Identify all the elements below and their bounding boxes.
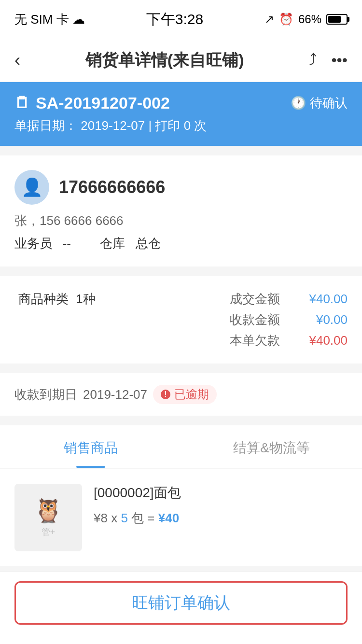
product-info: [0000002]面包 ¥8 x 5 包 = ¥40 <box>94 484 348 551</box>
battery-percent: 66% <box>298 13 321 26</box>
nav-actions: ⤴ ••• <box>309 51 348 69</box>
summary-section: 商品种类 1种 成交金额 ¥40.00 收款金额 ¥0.00 本单欠款 ¥40.… <box>0 276 362 364</box>
product-logo: 🦉 <box>34 497 63 524</box>
status-bar: 无 SIM 卡 ☁ 下午3:28 ↗ ⏰ 66% <box>0 0 362 39</box>
customer-section: 👤 17666666666 张，156 6666 6666 业务员 -- 仓库 … <box>0 155 362 266</box>
tab-sales-products[interactable]: 销售商品 <box>0 425 181 468</box>
product-equals: = <box>147 511 158 525</box>
owed-amount-row: 本单欠款 ¥40.00 <box>230 332 348 349</box>
deal-amount-row: 成交金额 ¥40.00 <box>230 291 348 308</box>
sim-label: 无 SIM 卡 ☁ <box>14 11 85 28</box>
owed-value: ¥40.00 <box>290 333 348 348</box>
avatar: 👤 <box>14 170 49 205</box>
received-amount-row: 收款金额 ¥0.00 <box>230 311 348 328</box>
status-badge: 🕐 待确认 <box>291 95 348 112</box>
confirm-order-button[interactable]: 旺铺订单确认 <box>14 581 348 625</box>
overdue-icon: ! <box>161 390 170 399</box>
location-icon: ↗ <box>265 13 274 26</box>
header-card-top: 🗒 SA-20191207-002 🕐 待确认 <box>14 94 348 112</box>
due-date-value: 2019-12-07 <box>83 387 147 402</box>
overdue-label: 已逾期 <box>174 387 209 402</box>
tabs-section: 销售商品 结算&物流等 <box>0 425 362 468</box>
product-image: 🦉 管+ <box>14 484 82 551</box>
product-type-field: 商品种类 1种 <box>14 291 96 308</box>
overdue-badge: ! 已逾期 <box>153 385 217 404</box>
summary-left: 商品种类 1种 <box>14 291 96 308</box>
customer-name-phone: 张，156 6666 6666 <box>14 212 348 229</box>
product-multiply: x <box>111 511 121 525</box>
deal-amount-label: 成交金额 <box>230 291 280 308</box>
tabs-row: 销售商品 结算&物流等 <box>0 425 362 468</box>
order-meta: 单据日期： 2019-12-07 | 打印 0 次 <box>14 117 348 134</box>
product-name: [0000002]面包 <box>94 484 348 502</box>
salesperson-field: 业务员 -- <box>14 235 71 252</box>
product-price-row: ¥8 x 5 包 = ¥40 <box>94 510 348 527</box>
bottom-bar: 旺铺订单确认 <box>0 571 362 644</box>
product-unit: 包 <box>131 511 144 525</box>
order-icon: 🗒 <box>14 94 30 112</box>
deal-amount-value: ¥40.00 <box>290 292 348 307</box>
product-qty: 5 <box>121 511 127 525</box>
customer-top: 👤 17666666666 <box>14 170 348 205</box>
back-button[interactable]: ‹ <box>14 50 20 70</box>
owed-label: 本单欠款 <box>230 332 280 349</box>
product-total: ¥40 <box>158 511 179 525</box>
product-price: ¥8 <box>94 511 108 525</box>
battery-icon <box>326 14 348 25</box>
status-bar-left: 无 SIM 卡 ☁ <box>14 11 85 28</box>
due-date-label: 收款到期日 <box>14 386 77 403</box>
status-label: 待确认 <box>310 95 348 112</box>
status-bar-right: ↗ ⏰ 66% <box>265 13 348 26</box>
tab-settlement-logistics[interactable]: 结算&物流等 <box>181 425 362 468</box>
alarm-icon: ⏰ <box>279 13 293 26</box>
summary-right: 成交金额 ¥40.00 收款金额 ¥0.00 本单欠款 ¥40.00 <box>230 291 348 349</box>
product-image-inner: 🦉 管+ <box>34 497 63 538</box>
status-bar-time: 下午3:28 <box>146 10 203 29</box>
warehouse-field: 仓库 总仓 <box>100 235 161 252</box>
header-card: 🗒 SA-20191207-002 🕐 待确认 单据日期： 2019-12-07… <box>0 82 362 146</box>
product-item: 🦉 管+ [0000002]面包 ¥8 x 5 包 = ¥40 <box>0 469 362 566</box>
product-section: 🦉 管+ [0000002]面包 ¥8 x 5 包 = ¥40 <box>0 469 362 566</box>
due-date-section: 收款到期日 2019-12-07 ! 已逾期 <box>0 373 362 416</box>
share-icon[interactable]: ⤴ <box>309 51 317 69</box>
page-title: 销货单详情(来自旺铺) <box>85 49 244 71</box>
customer-fields: 业务员 -- 仓库 总仓 <box>14 235 348 252</box>
received-label: 收款金额 <box>230 311 280 328</box>
received-value: ¥0.00 <box>290 312 348 327</box>
customer-phone: 17666666666 <box>59 177 165 197</box>
order-number: 🗒 SA-20191207-002 <box>14 94 170 112</box>
more-icon[interactable]: ••• <box>331 51 348 69</box>
nav-bar: ‹ 销货单详情(来自旺铺) ⤴ ••• <box>0 39 362 82</box>
clock-icon: 🕐 <box>291 96 306 111</box>
product-logo-text: 管+ <box>42 526 56 538</box>
summary-grid: 商品种类 1种 成交金额 ¥40.00 收款金额 ¥0.00 本单欠款 ¥40.… <box>14 291 348 349</box>
avatar-icon: 👤 <box>21 177 43 197</box>
